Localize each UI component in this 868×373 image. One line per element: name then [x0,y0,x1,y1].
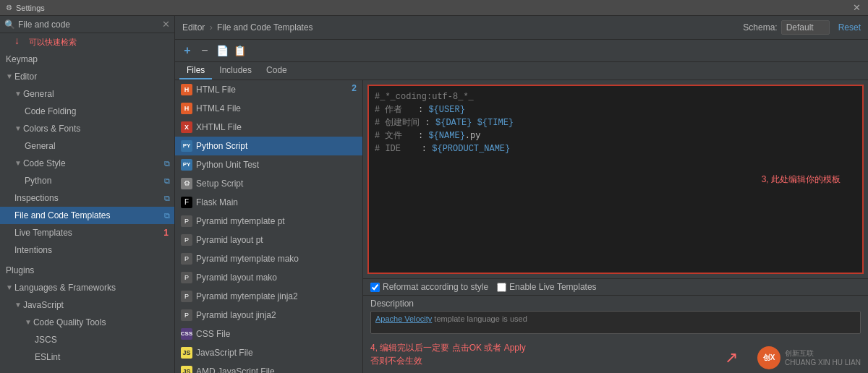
expand-arrow: ▼ [14,121,22,136]
file-item-python-script[interactable]: PY Python Script [175,137,362,155]
sidebar-item-intentions[interactable]: Intentions [0,241,174,259]
sidebar-item-code-quality[interactable]: ▼ Code Quality Tools [0,314,174,331]
expand-arrow: ▼ [14,156,22,171]
sidebar-item-live-templates[interactable]: Live Templates [0,224,174,241]
pyramid-icon-4: P [181,272,192,283]
description-text: template language is used [434,314,527,323]
sidebar-item-plugins[interactable]: Plugins [0,262,174,279]
reset-button[interactable]: Reset [838,22,861,33]
content-header: Editor › File and Code Templates Schema:… [175,16,868,40]
reformat-label: Reformat according to style [383,282,488,292]
sidebar-item-code-folding[interactable]: Code Folding [0,103,174,120]
velocity-link[interactable]: Apache Velocity [375,314,432,323]
file-item-python-unit-test[interactable]: PY Python Unit Test [175,155,362,174]
close-button[interactable]: ✕ [851,2,862,14]
enable-live-checkbox-label[interactable]: Enable Live Templates [497,282,597,292]
sidebar-item-python[interactable]: Python ⧉ [0,172,174,189]
sidebar-item-colors-fonts[interactable]: ▼ Colors & Fonts [0,120,174,137]
file-item-setup-script[interactable]: ⚙ Setup Script [175,174,362,193]
move-button[interactable]: 📋 [231,43,247,59]
expand-arrow: ▼ [14,298,22,312]
sidebar: 🔍 ✕ ↓ 可以快速检索 Keymap ▼ Editor ▼ General [0,16,175,373]
file-item-pyramid-jinja2-2[interactable]: P Pyramid layout jinja2 [175,306,362,325]
file-item-html[interactable]: H HTML File [175,80,362,99]
search-clear-button[interactable]: ✕ [162,19,170,30]
code-line-4: # 文件 : ${NAME}.py [375,129,856,142]
file-item-pyramid-layout-pt[interactable]: P Pyramid layout pt [175,231,362,249]
file-item-js[interactable]: JS JavaScript File [175,343,362,362]
expand-arrow: ▼ [6,280,13,295]
file-name-xhtml: XHTML File [196,120,242,134]
bottom-section: 4, 编辑完以后一定要 点击OK 或者 Apply否则不会生效 ↗ 创X 创新互… [363,337,868,373]
description-section: Description Apache Velocity template lan… [363,295,868,337]
file-item-pyramid-jinja2-1[interactable]: P Pyramid mytemplate jinja2 [175,287,362,306]
file-code-icon: ⧉ [164,208,170,223]
expand-arrow: ▼ [14,87,22,101]
sidebar-item-javascript[interactable]: ▼ JavaScript [0,296,174,314]
reformat-checkbox[interactable] [370,283,380,292]
file-name-pyramid-jinja2-1: Pyramid mytemplate jinja2 [196,289,298,304]
file-item-css[interactable]: CSS CSS File [175,325,362,343]
js-icon: JS [181,347,192,359]
tabs-bar: Files Includes Code [175,62,868,80]
file-name-python-script: Python Script [196,139,247,153]
python-icon: ⧉ [164,173,170,188]
html4-icon: H [181,103,192,114]
file-list: H HTML File 2 H HTML4 File X XHTML File … [175,80,363,373]
sidebar-item-general[interactable]: ▼ General [0,85,174,103]
tab-includes[interactable]: Includes [212,62,259,80]
badge-2: 2 [352,83,357,93]
file-item-amd-js[interactable]: JS AMD JavaScript File [175,362,362,373]
breadcrumb-file-and-code: File and Code Templates [217,22,313,33]
sidebar-item-file-and-code[interactable]: File and Code Templates ⧉ [0,207,174,224]
toolbar: + − 📄 📋 [175,40,868,62]
code-line-3: # 创建时间 : ${DATE} ${TIME} [375,116,856,129]
enable-live-checkbox[interactable] [497,283,506,292]
bottom-arrow: ↗ [725,348,738,367]
code-line-2: # 作者 : ${USER} [375,103,856,116]
sidebar-item-keymap[interactable]: Keymap [0,51,174,68]
sidebar-item-code-style[interactable]: ▼ Code Style ⧉ [0,155,174,172]
sidebar-item-inspections[interactable]: Inspections ⧉ [0,189,174,207]
annotation-arrow-1: ↓ [14,35,20,46]
copy-button[interactable]: 📄 [214,43,230,59]
search-input[interactable] [18,20,162,30]
pyramid-icon-6: P [181,309,192,321]
file-item-pyramid-mytemplate-pt[interactable]: P Pyramid mytemplate pt [175,212,362,231]
sidebar-item-editor[interactable]: ▼ Editor [0,68,174,85]
file-item-flask-main[interactable]: F Flask Main [175,193,362,212]
description-label: Description [370,299,861,309]
add-button[interactable]: + [179,43,195,59]
expand-arrow: ▼ [6,69,13,84]
code-line-1: #_*_coding:utf-8_*_ [375,90,856,103]
watermark-text: 创新互联 CHUANG XIN HU LIAN [785,348,861,367]
pyramid-icon-3: P [181,253,192,265]
editor-annotation: 3, 此处编辑你的模板 [762,173,841,186]
tab-code[interactable]: Code [259,62,294,80]
watermark-line2: CHUANG XIN HU LIAN [785,358,861,367]
remove-button[interactable]: − [197,43,213,59]
tab-files[interactable]: Files [179,62,212,80]
xhtml-icon: X [181,121,192,133]
breadcrumb-editor: Editor [182,22,205,33]
file-name-amd-js: AMD JavaScript File [196,364,275,373]
editor-area: #_*_coding:utf-8_*_ # 作者 : ${USER} # 创建时… [363,80,868,373]
description-box[interactable]: Apache Velocity template language is use… [370,311,861,334]
sidebar-item-eslint[interactable]: ESLint [0,348,174,366]
schema-dropdown[interactable]: Default [781,20,830,35]
file-item-html4[interactable]: H HTML4 File [175,99,362,118]
reformat-checkbox-label[interactable]: Reformat according to style [370,282,488,292]
watermark-logo: 创X [757,346,780,369]
file-item-pyramid-layout-mako[interactable]: P Pyramid layout mako [175,268,362,287]
file-name-setup-script: Setup Script [196,176,243,191]
options-row: Reformat according to style Enable Live … [363,278,868,295]
file-item-xhtml[interactable]: X XHTML File [175,118,362,137]
sidebar-item-general2[interactable]: General [0,137,174,155]
python-script-icon: PY [181,140,192,152]
code-editor[interactable]: #_*_coding:utf-8_*_ # 作者 : ${USER} # 创建时… [367,85,864,274]
file-item-pyramid-mytemplate-mako[interactable]: P Pyramid mytemplate mako [175,249,362,268]
tree-container: Keymap ▼ Editor ▼ General Code Folding ▼… [0,51,174,373]
sidebar-item-lang-frameworks[interactable]: ▼ Languages & Frameworks [0,279,174,296]
annotation-1: 1 [163,228,169,238]
sidebar-item-jscs[interactable]: JSCS [0,331,174,348]
